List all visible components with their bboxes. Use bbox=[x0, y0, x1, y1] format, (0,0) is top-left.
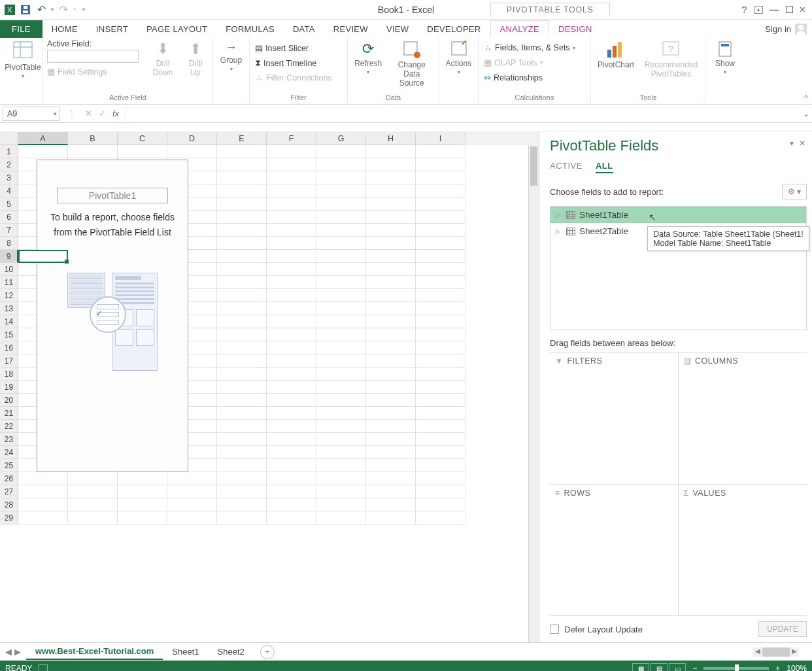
tab-formulas[interactable]: FORMULAS bbox=[216, 20, 284, 38]
row-header[interactable]: 25 bbox=[0, 459, 18, 472]
tab-data[interactable]: DATA bbox=[284, 20, 324, 38]
sheet-tab-link[interactable]: www.Best-Excel-Tutorial.com bbox=[26, 644, 163, 660]
save-icon[interactable] bbox=[20, 4, 31, 16]
row-header[interactable]: 20 bbox=[0, 394, 18, 407]
insert-timeline-button[interactable]: ⧗Insert Timeline bbox=[254, 57, 333, 69]
drill-up-button[interactable]: ⬆ Drill Up bbox=[182, 39, 209, 78]
show-button[interactable]: Show ▾ bbox=[710, 39, 740, 77]
maximize-icon[interactable] bbox=[786, 6, 793, 13]
tab-insert[interactable]: INSERT bbox=[87, 20, 137, 38]
row-header[interactable]: 1 bbox=[0, 145, 18, 158]
tab-review[interactable]: REVIEW bbox=[324, 20, 377, 38]
view-normal-icon[interactable]: ▦ bbox=[632, 663, 649, 671]
column-header[interactable]: I bbox=[416, 132, 465, 145]
relationships-button[interactable]: ⇔Relationships bbox=[482, 71, 577, 84]
pivottable-button[interactable]: PivotTable ▾ bbox=[4, 39, 42, 80]
zoom-in-icon[interactable]: + bbox=[775, 664, 780, 671]
column-header[interactable]: A bbox=[18, 132, 68, 145]
sheet-nav-prev-icon[interactable]: ◀ bbox=[5, 647, 12, 657]
row-header[interactable]: 14 bbox=[0, 315, 18, 328]
row-header[interactable]: 23 bbox=[0, 433, 18, 446]
column-header[interactable]: B bbox=[68, 132, 118, 145]
row-header[interactable]: 6 bbox=[0, 211, 18, 224]
tab-developer[interactable]: DEVELOPER bbox=[418, 20, 490, 38]
row-header[interactable]: 9 bbox=[0, 250, 18, 263]
column-header[interactable]: D bbox=[167, 132, 217, 145]
pane-tools-button[interactable]: ⚙ ▾ bbox=[782, 184, 807, 199]
sheet-tab[interactable]: Sheet2 bbox=[209, 644, 254, 659]
row-header[interactable]: 11 bbox=[0, 276, 18, 289]
tab-page-layout[interactable]: PAGE LAYOUT bbox=[137, 20, 216, 38]
row-header[interactable]: 3 bbox=[0, 171, 18, 184]
row-header[interactable]: 15 bbox=[0, 328, 18, 341]
area-filters[interactable]: ▼FILTERS bbox=[550, 353, 679, 485]
tab-view[interactable]: VIEW bbox=[377, 20, 418, 38]
row-header[interactable]: 27 bbox=[0, 485, 18, 498]
row-header[interactable]: 19 bbox=[0, 381, 18, 394]
column-header[interactable]: H bbox=[366, 132, 416, 145]
cancel-formula-icon[interactable]: ✕ bbox=[85, 109, 92, 118]
row-header[interactable]: 17 bbox=[0, 354, 18, 368]
view-page-break-icon[interactable]: ▭ bbox=[669, 663, 686, 671]
expand-icon[interactable]: ▷ bbox=[556, 212, 562, 218]
row-header[interactable]: 28 bbox=[0, 498, 18, 511]
row-header[interactable]: 2 bbox=[0, 158, 18, 171]
active-cell[interactable] bbox=[18, 250, 68, 263]
defer-checkbox[interactable] bbox=[550, 625, 559, 634]
minimize-icon[interactable]: — bbox=[770, 4, 779, 15]
help-icon[interactable]: ? bbox=[741, 4, 747, 15]
row-header[interactable]: 12 bbox=[0, 289, 18, 302]
row-header[interactable]: 21 bbox=[0, 407, 18, 420]
row-header[interactable]: 16 bbox=[0, 341, 18, 354]
column-header[interactable]: F bbox=[267, 132, 316, 145]
row-header[interactable]: 24 bbox=[0, 446, 18, 459]
pivotchart-button[interactable]: PivotChart bbox=[595, 39, 637, 71]
change-source-button[interactable]: Change Data Source bbox=[388, 39, 435, 89]
ribbon-display-icon[interactable]: ▴ bbox=[754, 6, 763, 14]
pane-tab-all[interactable]: ALL bbox=[596, 161, 613, 173]
row-header[interactable]: 7 bbox=[0, 224, 18, 237]
row-header[interactable]: 8 bbox=[0, 237, 18, 250]
sheet-nav-next-icon[interactable]: ▶ bbox=[14, 647, 21, 657]
area-values[interactable]: ΣVALUES bbox=[679, 485, 807, 617]
active-field-input[interactable] bbox=[47, 50, 139, 63]
column-header[interactable]: E bbox=[217, 132, 267, 145]
close-icon[interactable]: × bbox=[800, 4, 805, 16]
enter-formula-icon[interactable]: ✓ bbox=[99, 109, 106, 118]
horizontal-scrollbar[interactable]: ◀▶ bbox=[275, 647, 812, 657]
collapse-ribbon-icon[interactable]: ^ bbox=[804, 94, 808, 103]
expand-icon[interactable]: ▷ bbox=[556, 228, 562, 235]
redo-icon[interactable]: ↷ bbox=[58, 4, 69, 16]
refresh-button[interactable]: ⟳ Refresh ▾ bbox=[352, 39, 384, 77]
fx-icon[interactable]: fx bbox=[112, 109, 119, 118]
row-header[interactable]: 26 bbox=[0, 472, 18, 485]
expand-formula-bar-icon[interactable]: ⌄ bbox=[800, 109, 812, 118]
qat-customize-icon[interactable]: ▾ bbox=[82, 7, 85, 12]
tab-home[interactable]: HOME bbox=[42, 20, 87, 38]
drill-down-button[interactable]: ⬇ Drill Down bbox=[147, 39, 178, 78]
olap-tools-button[interactable]: ▦OLAP Tools ▾ bbox=[482, 56, 577, 69]
pivottable-placeholder[interactable]: PivotTable1 To build a report, choose fi… bbox=[37, 160, 188, 472]
row-header[interactable]: 5 bbox=[0, 198, 18, 211]
row-header[interactable]: 29 bbox=[0, 511, 18, 525]
name-box[interactable]: A9 bbox=[3, 107, 60, 121]
column-header[interactable]: C bbox=[118, 132, 167, 145]
row-header[interactable]: 13 bbox=[0, 302, 18, 315]
row-header[interactable]: 10 bbox=[0, 263, 18, 276]
select-all-corner[interactable] bbox=[0, 132, 18, 145]
new-sheet-button[interactable]: + bbox=[260, 645, 275, 659]
filter-connections-button[interactable]: ⛬Filter Connections bbox=[254, 72, 333, 84]
row-header[interactable]: 4 bbox=[0, 184, 18, 198]
field-list[interactable]: ▷ Sheet1Table ↖ Data Source: Table Sheet… bbox=[550, 206, 807, 330]
redo-dropdown-icon[interactable]: ▾ bbox=[73, 7, 76, 12]
sign-in[interactable]: Sign in bbox=[760, 20, 812, 38]
sheet-tab[interactable]: Sheet1 bbox=[163, 644, 208, 659]
field-table-item[interactable]: ▷ Sheet1Table ↖ Data Source: Table Sheet… bbox=[550, 207, 806, 223]
area-columns[interactable]: ▥COLUMNS bbox=[679, 353, 807, 485]
area-rows[interactable]: ≡ROWS bbox=[550, 485, 679, 617]
fields-items-sets-button[interactable]: ⛬Fields, Items, & Sets ▾ bbox=[482, 42, 577, 54]
field-settings-button[interactable]: ▦ Field Settings bbox=[47, 67, 143, 77]
column-header[interactable]: G bbox=[316, 132, 366, 145]
actions-button[interactable]: Actions ▾ bbox=[443, 39, 474, 77]
vertical-scrollbar[interactable] bbox=[528, 145, 539, 642]
